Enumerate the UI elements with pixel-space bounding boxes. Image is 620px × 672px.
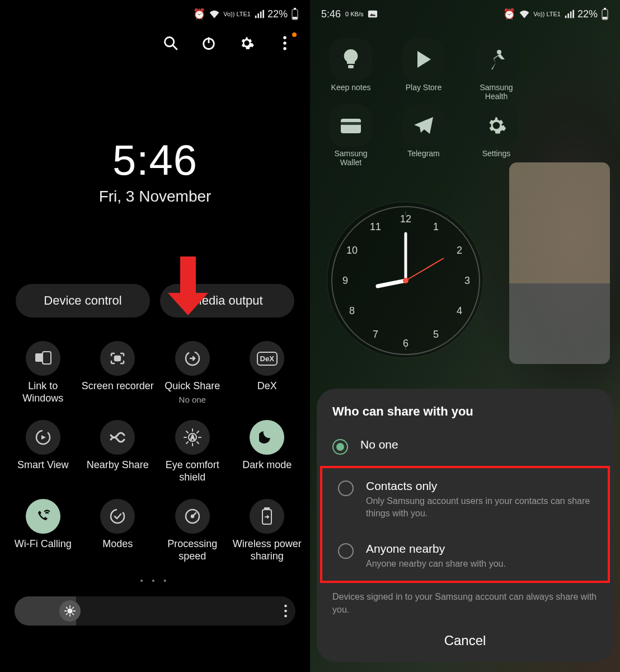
svg-text:3: 3 [464, 275, 470, 286]
tile-processing-speed[interactable]: Processing speed [155, 494, 230, 573]
svg-text:2: 2 [457, 245, 462, 256]
tile-wifi-calling[interactable]: Wi-Fi Calling [6, 494, 81, 573]
svg-point-31 [68, 609, 72, 613]
eye-comfort-icon: A [183, 428, 202, 447]
tile-smart-view[interactable]: Smart View [6, 416, 81, 494]
bulb-icon [341, 48, 360, 71]
tile-link-to-windows[interactable]: Link to Windows [6, 337, 81, 416]
svg-rect-45 [604, 8, 606, 10]
svg-point-48 [497, 50, 501, 54]
svg-point-9 [283, 47, 286, 50]
svg-line-21 [197, 442, 199, 444]
tile-eye-comfort[interactable]: A Eye comfort shield [155, 416, 230, 494]
quick-share-sheet: Who can share with you No one Contacts o… [317, 389, 613, 662]
modes-icon [109, 507, 126, 525]
brightness-slider[interactable] [15, 596, 295, 626]
svg-text:1: 1 [433, 221, 439, 232]
option-anyone-nearby[interactable]: Anyone nearby Anyone nearby can share wi… [322, 531, 608, 581]
network-label: Vo)) LTE1 [223, 11, 251, 17]
brightness-more-icon[interactable] [284, 604, 288, 618]
battery-icon [291, 8, 299, 20]
svg-line-66 [378, 281, 406, 286]
sheet-title: Who can share with you [317, 404, 613, 427]
home-with-share-dialog: 5:46 0 KB/s ⏰ Vo)) LTE1 22% Keep notes P… [310, 0, 620, 672]
radio-unselected-icon [338, 543, 354, 559]
option-contacts-only[interactable]: Contacts only Only Samsung account users… [322, 468, 608, 530]
link-windows-icon [35, 351, 51, 366]
status-bar: 5:46 0 KB/s ⏰ Vo)) LTE1 22% [310, 0, 620, 28]
alarm-icon: ⏰ [193, 8, 205, 20]
svg-line-37 [73, 613, 74, 614]
sheet-footnote: Devices signed in to your Samsung accoun… [317, 583, 613, 616]
tile-dex[interactable]: DeX DeX [230, 337, 305, 416]
svg-rect-30 [265, 508, 269, 510]
power-icon[interactable] [200, 35, 217, 52]
cancel-button[interactable]: Cancel [317, 616, 613, 648]
svg-rect-47 [348, 65, 354, 68]
svg-text:11: 11 [370, 221, 381, 232]
svg-point-28 [191, 515, 194, 517]
status-time: 5:46 [321, 8, 341, 20]
app-samsung-wallet[interactable]: Samsung Wallet [320, 104, 382, 167]
svg-point-8 [283, 41, 286, 44]
battery-percent: 22% [577, 8, 598, 20]
app-play-store[interactable]: Play Store [393, 38, 454, 101]
svg-point-41 [284, 609, 287, 612]
svg-rect-12 [115, 356, 120, 361]
device-control-button[interactable]: Device control [16, 284, 150, 318]
tile-wireless-power-share[interactable]: Wireless power sharing [230, 494, 305, 573]
moon-icon [259, 430, 275, 445]
play-icon [414, 49, 433, 70]
svg-line-22 [186, 442, 188, 444]
app-keep-notes[interactable]: Keep notes [320, 38, 382, 101]
clock-time: 5:46 [0, 136, 310, 184]
search-icon[interactable] [162, 35, 179, 52]
dex-icon: DeX [257, 352, 278, 366]
settings-icon[interactable] [238, 35, 255, 52]
quick-tiles: Link to Windows Screen recorder Quick Sh… [0, 337, 310, 574]
svg-rect-11 [43, 352, 51, 364]
svg-point-25 [111, 510, 124, 523]
svg-line-36 [67, 607, 68, 608]
app-telegram[interactable]: Telegram [393, 104, 454, 167]
option-no-one[interactable]: No one [317, 427, 613, 466]
svg-rect-49 [341, 119, 361, 133]
brightness-knob[interactable] [59, 600, 81, 622]
panel-actions [0, 28, 310, 52]
svg-rect-50 [341, 122, 361, 125]
svg-text:7: 7 [373, 329, 378, 340]
tile-quick-share[interactable]: Quick Share No one [155, 337, 230, 416]
speed-icon [184, 507, 201, 525]
svg-line-38 [67, 613, 68, 614]
svg-point-42 [284, 614, 287, 617]
tile-dark-mode[interactable]: Dark mode [230, 416, 305, 494]
svg-text:4: 4 [457, 305, 462, 316]
svg-line-68 [406, 258, 444, 281]
wallpaper-cars [509, 162, 610, 364]
analog-clock-widget[interactable]: 123 69 12 45 78 1011 [327, 202, 483, 358]
screenshot-icon [368, 10, 378, 18]
tile-screen-recorder[interactable]: Screen recorder [81, 337, 156, 416]
media-output-button[interactable]: Media output [160, 284, 294, 318]
svg-rect-2 [293, 17, 297, 19]
nearby-icon [109, 432, 126, 443]
svg-text:5: 5 [433, 329, 439, 340]
svg-text:9: 9 [342, 275, 348, 286]
radio-unselected-icon [338, 480, 354, 496]
signal-icon [564, 10, 574, 18]
network-label: Vo)) LTE1 [533, 11, 561, 17]
tile-modes[interactable]: Modes [81, 494, 156, 573]
svg-line-4 [173, 45, 177, 50]
battery-icon [601, 8, 609, 20]
battery-percent: 22% [267, 8, 288, 20]
more-icon[interactable] [276, 35, 293, 52]
wifi-icon [519, 10, 530, 18]
tile-nearby-share[interactable]: Nearby Share [81, 416, 156, 494]
notification-dot [292, 32, 297, 37]
power-share-icon [261, 507, 273, 525]
runner-icon [487, 48, 506, 71]
app-settings[interactable]: Settings [466, 104, 527, 167]
status-speed: 0 KB/s [345, 11, 363, 17]
app-samsung-health[interactable]: Samsung Health [466, 38, 527, 101]
quick-share-icon [184, 349, 201, 367]
